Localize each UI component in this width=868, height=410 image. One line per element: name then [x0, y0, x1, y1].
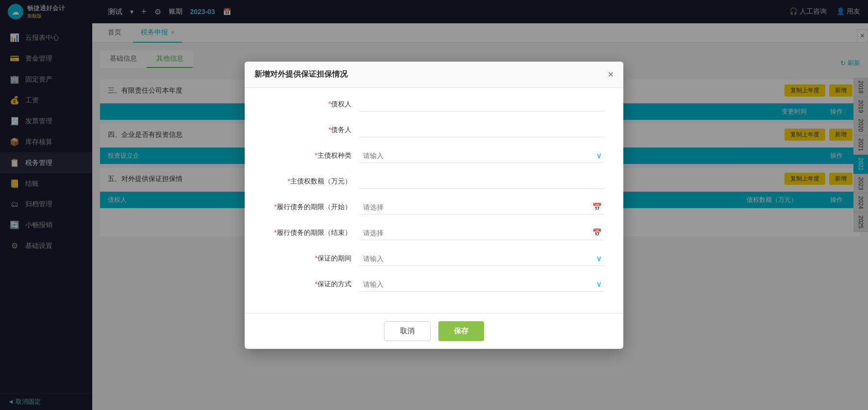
dialog-title: 新增对外提供保证担保情况 [254, 69, 348, 80]
period-end-input[interactable] [359, 226, 592, 240]
dialog: 新增对外提供保证担保情况 × *债权人 *债务人 *主债权种类 [245, 62, 623, 349]
claim-type-arrow[interactable]: ∨ [596, 151, 604, 160]
guarantee-method-input[interactable] [359, 278, 596, 291]
form-row-claim-amount: *主债权数额（万元） [264, 175, 604, 189]
label-guarantee-method: *保证的方式 [264, 280, 351, 289]
form-row-debtor: *债务人 [264, 123, 604, 137]
guarantee-method-arrow[interactable]: ∨ [596, 279, 604, 289]
dialog-body: *债权人 *债务人 *主债权种类 ∨ [245, 88, 623, 313]
label-period-start: *履行债务的期限（开始） [264, 203, 351, 212]
modal-overlay: 新增对外提供保证担保情况 × *债权人 *债务人 *主债权种类 [0, 0, 868, 410]
label-claim-amount: *主债权数额（万元） [264, 177, 351, 186]
date-period-end[interactable]: 📅 [359, 226, 604, 240]
save-button[interactable]: 保存 [438, 321, 484, 341]
dialog-header: 新增对外提供保证担保情况 × [245, 62, 623, 88]
label-claim-type: *主债权种类 [264, 151, 351, 160]
cancel-button[interactable]: 取消 [384, 321, 431, 341]
form-row-obligee: *债权人 [264, 98, 604, 112]
label-guarantee-period: *保证的期间 [264, 254, 351, 263]
select-claim-type[interactable]: ∨ [359, 149, 604, 163]
form-row-period-start: *履行债务的期限（开始） 📅 [264, 200, 604, 214]
claim-type-input[interactable] [359, 149, 596, 163]
select-guarantee-period[interactable]: ∨ [359, 252, 604, 266]
label-period-end: *履行债务的期限（结束） [264, 229, 351, 237]
calendar-start-icon[interactable]: 📅 [592, 202, 604, 212]
select-guarantee-method[interactable]: ∨ [359, 278, 604, 292]
guarantee-period-input[interactable] [359, 252, 596, 265]
form-row-period-end: *履行债务的期限（结束） 📅 [264, 226, 604, 240]
form-row-guarantee-period: *保证的期间 ∨ [264, 252, 604, 266]
date-period-start[interactable]: 📅 [359, 200, 604, 214]
guarantee-period-arrow[interactable]: ∨ [596, 254, 604, 263]
period-start-input[interactable] [359, 200, 592, 214]
calendar-end-icon[interactable]: 📅 [592, 228, 604, 237]
dialog-close-button[interactable]: × [608, 69, 614, 79]
input-obligee[interactable] [359, 98, 604, 112]
form-row-claim-type: *主债权种类 ∨ [264, 149, 604, 163]
input-claim-amount[interactable] [359, 175, 604, 189]
input-debtor[interactable] [359, 123, 604, 137]
dialog-footer: 取消 保存 [245, 313, 623, 349]
label-obligee: *债权人 [264, 100, 351, 109]
label-debtor: *债务人 [264, 126, 351, 134]
form-row-guarantee-method: *保证的方式 ∨ [264, 278, 604, 292]
